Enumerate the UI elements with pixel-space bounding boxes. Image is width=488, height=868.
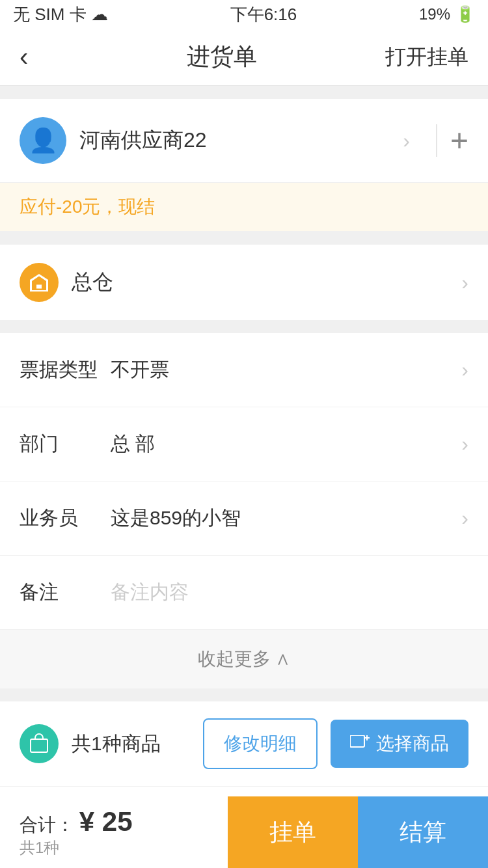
add-supplier-button[interactable]: + bbox=[450, 125, 468, 156]
top-divider bbox=[0, 86, 488, 99]
collapse-button[interactable]: 收起更多 ∧ bbox=[0, 630, 488, 688]
status-time: 下午6:16 bbox=[230, 3, 297, 26]
department-label: 部门 bbox=[20, 431, 111, 457]
battery-icon: 🔋 bbox=[455, 5, 475, 23]
page-title: 进货单 bbox=[187, 41, 257, 73]
sim-status: 无 SIM 卡 ☁ bbox=[13, 3, 108, 26]
supplier-divider-block bbox=[0, 231, 488, 244]
remark-placeholder: 备注内容 bbox=[111, 579, 468, 606]
payment-banner: 应付-20元，现结 bbox=[0, 183, 488, 231]
warehouse-row[interactable]: 总仓 › bbox=[0, 244, 488, 320]
nav-bar: ‹ 进货单 打开挂单 bbox=[0, 29, 488, 86]
product-icon bbox=[20, 724, 59, 763]
salesperson-value: 这是859的小智 bbox=[111, 505, 461, 532]
status-bar: 无 SIM 卡 ☁ 下午6:16 19% 🔋 bbox=[0, 0, 488, 29]
salesperson-chevron-icon: › bbox=[461, 506, 468, 530]
product-header: 共1种商品 修改明细 选择商品 bbox=[0, 701, 488, 786]
supplier-avatar-icon: 👤 bbox=[29, 127, 58, 154]
warehouse-name: 总仓 bbox=[72, 268, 461, 297]
battery-level: 19% bbox=[419, 5, 450, 23]
supplier-avatar: 👤 bbox=[20, 117, 66, 164]
department-chevron-icon: › bbox=[461, 432, 468, 456]
salesperson-row[interactable]: 业务员 这是859的小智 › bbox=[0, 481, 488, 556]
hang-order-button[interactable]: 挂单 bbox=[228, 796, 358, 868]
select-product-button[interactable]: 选择商品 bbox=[331, 720, 468, 768]
select-product-label: 选择商品 bbox=[376, 731, 449, 756]
product-count: 共1种商品 bbox=[72, 731, 190, 757]
warehouse-chevron-icon: › bbox=[461, 271, 468, 295]
supplier-divider bbox=[436, 124, 437, 157]
warehouse-svg-icon bbox=[28, 271, 50, 293]
form-section: 票据类型 不开票 › 部门 总 部 › 业务员 这是859的小智 › 备注 备注… bbox=[0, 333, 488, 630]
svg-rect-1 bbox=[350, 735, 364, 747]
total-count: 共1种 bbox=[20, 837, 208, 858]
invoice-type-label: 票据类型 bbox=[20, 357, 111, 383]
supplier-row[interactable]: 👤 河南供应商22 › + bbox=[0, 99, 488, 183]
supplier-name: 河南供应商22 bbox=[79, 126, 403, 155]
open-pending-button[interactable]: 打开挂单 bbox=[385, 43, 468, 72]
supplier-chevron-icon: › bbox=[403, 129, 410, 153]
status-left: 无 SIM 卡 ☁ bbox=[13, 3, 108, 26]
status-right: 19% 🔋 bbox=[419, 5, 475, 23]
cart-icon bbox=[350, 735, 370, 752]
department-value: 总 部 bbox=[111, 431, 461, 457]
remark-label: 备注 bbox=[20, 579, 111, 606]
total-amount: ¥ 25 bbox=[79, 806, 133, 837]
supplier-section: 👤 河南供应商22 › + 应付-20元，现结 bbox=[0, 99, 488, 231]
bottom-bar: 合计： ¥ 25 共1种 挂单 结算 bbox=[0, 796, 488, 868]
product-svg-icon bbox=[28, 733, 50, 755]
back-button[interactable]: ‹ bbox=[20, 42, 59, 72]
remark-row[interactable]: 备注 备注内容 bbox=[0, 556, 488, 630]
invoice-type-row[interactable]: 票据类型 不开票 › bbox=[0, 333, 488, 407]
warehouse-icon bbox=[20, 263, 59, 302]
invoice-chevron-icon: › bbox=[461, 358, 468, 382]
warehouse-section: 总仓 › bbox=[0, 244, 488, 320]
department-row[interactable]: 部门 总 部 › bbox=[0, 407, 488, 481]
total-label: 合计： bbox=[20, 815, 74, 835]
svg-rect-0 bbox=[31, 739, 47, 752]
total-section: 合计： ¥ 25 共1种 bbox=[0, 806, 228, 858]
salesperson-label: 业务员 bbox=[20, 505, 111, 532]
edit-detail-button[interactable]: 修改明细 bbox=[203, 718, 318, 769]
total-row: 合计： ¥ 25 bbox=[20, 806, 208, 837]
invoice-type-value: 不开票 bbox=[111, 357, 461, 383]
checkout-button[interactable]: 结算 bbox=[358, 796, 488, 868]
